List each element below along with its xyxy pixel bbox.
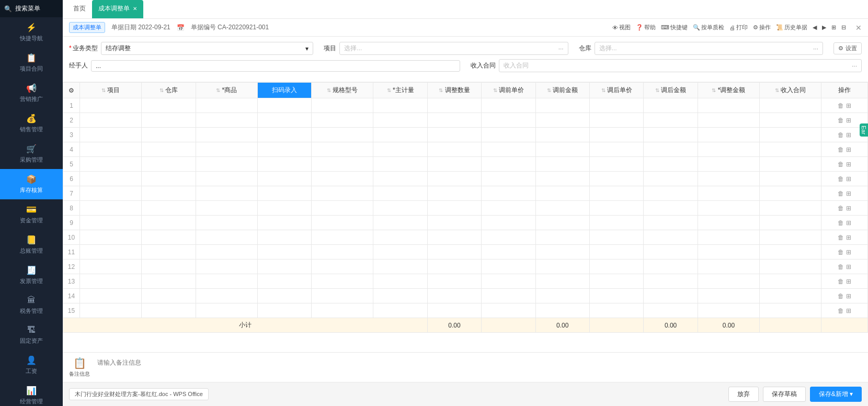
row-8-project[interactable] <box>80 201 142 216</box>
row-8-delete-icon[interactable]: 🗑 <box>838 205 844 212</box>
row-10-scan[interactable] <box>257 230 311 245</box>
row-13-copy-icon[interactable]: ⊞ <box>846 278 851 285</box>
project-input[interactable]: 选择... ··· <box>339 42 568 55</box>
row-6-copy-icon[interactable]: ⊞ <box>846 175 851 183</box>
sidebar-item-tax-mgmt[interactable]: 🏛税务管理 <box>0 290 63 320</box>
row-9-warehouse[interactable] <box>142 216 196 230</box>
row-11-spectype[interactable] <box>312 245 373 260</box>
row-4-warehouse[interactable] <box>142 142 196 157</box>
row-2-adjamount[interactable] <box>698 113 759 128</box>
doc-date-icon[interactable]: 📅 <box>177 24 185 31</box>
row-6-warehouse[interactable] <box>142 172 196 186</box>
row-2-preamount[interactable] <box>535 113 589 128</box>
row-13-postamount[interactable] <box>644 274 698 289</box>
row-7-income[interactable] <box>760 186 821 201</box>
row-12-preprice[interactable] <box>482 260 535 274</box>
row-9-adjqty[interactable] <box>427 216 481 230</box>
row-9-delete-icon[interactable]: 🗑 <box>838 219 844 227</box>
row-8-income[interactable] <box>760 201 821 216</box>
row-14-postamount[interactable] <box>644 289 698 303</box>
col-header-income[interactable]: ⇅ 收入合同 <box>760 83 821 98</box>
row-8-adjamount[interactable] <box>698 201 759 216</box>
row-11-scan[interactable] <box>257 245 311 260</box>
row-7-postamount[interactable] <box>644 186 698 201</box>
row-9-unit[interactable] <box>373 216 427 230</box>
row-6-postprice[interactable] <box>590 172 644 186</box>
col-header-postamount[interactable]: ⇅ 调后金额 <box>644 83 698 98</box>
row-5-postprice[interactable] <box>590 157 644 172</box>
row-12-project[interactable] <box>80 260 142 274</box>
row-10-product[interactable] <box>196 230 257 245</box>
row-11-preprice[interactable] <box>482 245 535 260</box>
row-4-income[interactable] <box>760 142 821 157</box>
row-12-postamount[interactable] <box>644 260 698 274</box>
row-8-spectype[interactable] <box>312 201 373 216</box>
row-5-unit[interactable] <box>373 157 427 172</box>
row-3-warehouse[interactable] <box>142 128 196 142</box>
row-10-adjamount[interactable] <box>698 230 759 245</box>
row-2-unit[interactable] <box>373 113 427 128</box>
row-14-postprice[interactable] <box>590 289 644 303</box>
row-7-unit[interactable] <box>373 186 427 201</box>
row-11-delete-icon[interactable]: 🗑 <box>838 249 844 256</box>
row-1-adjamount[interactable] <box>698 98 759 113</box>
nav-prev-btn[interactable]: ◀ <box>813 24 817 31</box>
row-11-copy-icon[interactable]: ⊞ <box>846 249 851 256</box>
business-type-select[interactable]: 结存调整 ▾ <box>101 42 314 55</box>
row-11-adjqty[interactable] <box>427 245 481 260</box>
row-6-preamount[interactable] <box>535 172 589 186</box>
row-7-spectype[interactable] <box>312 186 373 201</box>
row-1-postamount[interactable] <box>644 98 698 113</box>
row-7-copy-icon[interactable]: ⊞ <box>846 190 851 197</box>
row-15-project[interactable] <box>80 303 142 318</box>
taskbar-item[interactable]: 木门行业好业财处理方案-慕红红.doc - WPS Office <box>69 388 209 400</box>
row-5-copy-icon[interactable]: ⊞ <box>846 161 851 168</box>
sidebar-item-quick-nav[interactable]: ⚡快捷导航 <box>0 17 63 48</box>
action-operation[interactable]: ⚙ 操作 <box>753 24 771 31</box>
col-header-unit[interactable]: ⇅ *主计量 <box>373 83 427 98</box>
sidebar-item-ledger-mgmt[interactable]: 📒总账管理 <box>0 230 63 260</box>
row-4-copy-icon[interactable]: ⊞ <box>846 146 851 153</box>
row-10-postprice[interactable] <box>590 230 644 245</box>
row-12-adjqty[interactable] <box>427 260 481 274</box>
row-15-postprice[interactable] <box>590 303 644 318</box>
row-11-preamount[interactable] <box>535 245 589 260</box>
row-9-scan[interactable] <box>257 216 311 230</box>
row-15-postamount[interactable] <box>644 303 698 318</box>
row-8-scan[interactable] <box>257 201 311 216</box>
row-15-adjamount[interactable] <box>698 303 759 318</box>
close-tab-icon[interactable]: ✕ <box>133 6 137 12</box>
col-header-adjamount[interactable]: ⇅ *调整金额 <box>698 83 759 98</box>
row-12-warehouse[interactable] <box>142 260 196 274</box>
row-14-warehouse[interactable] <box>142 289 196 303</box>
col-header-product[interactable]: ⇅ *商品 <box>196 83 257 98</box>
row-2-postamount[interactable] <box>644 113 698 128</box>
row-3-scan[interactable] <box>257 128 311 142</box>
row-5-adjamount[interactable] <box>698 157 759 172</box>
row-7-project[interactable] <box>80 186 142 201</box>
row-2-income[interactable] <box>760 113 821 128</box>
row-8-postamount[interactable] <box>644 201 698 216</box>
row-4-postprice[interactable] <box>590 142 644 157</box>
row-10-income[interactable] <box>760 230 821 245</box>
action-history[interactable]: 📜 历史单据 <box>776 24 807 31</box>
action-view[interactable]: 👁 视图 <box>612 24 631 31</box>
row-14-delete-icon[interactable]: 🗑 <box>838 292 844 300</box>
sidebar-item-invoice-mgmt[interactable]: 🧾发票管理 <box>0 260 63 290</box>
row-7-scan[interactable] <box>257 186 311 201</box>
row-8-preamount[interactable] <box>535 201 589 216</box>
row-2-project[interactable] <box>80 113 142 128</box>
row-13-postprice[interactable] <box>590 274 644 289</box>
row-1-product[interactable] <box>196 98 257 113</box>
row-11-income[interactable] <box>760 245 821 260</box>
row-6-adjqty[interactable] <box>427 172 481 186</box>
col-header-preprice[interactable]: ⇅ 调前单价 <box>482 83 535 98</box>
row-13-warehouse[interactable] <box>142 274 196 289</box>
row-12-spectype[interactable] <box>312 260 373 274</box>
row-3-unit[interactable] <box>373 128 427 142</box>
row-13-scan[interactable] <box>257 274 311 289</box>
row-10-warehouse[interactable] <box>142 230 196 245</box>
row-14-unit[interactable] <box>373 289 427 303</box>
row-14-project[interactable] <box>80 289 142 303</box>
notes-input[interactable] <box>95 357 862 368</box>
